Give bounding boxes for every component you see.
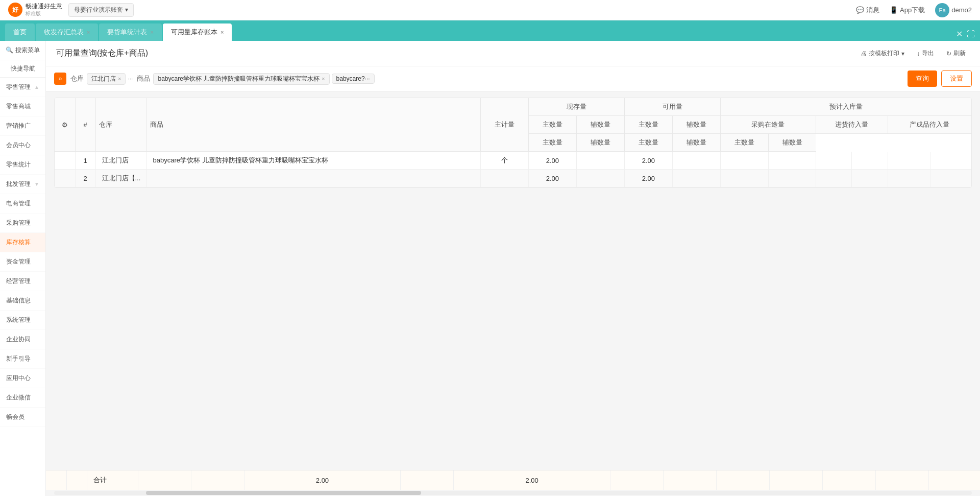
td-num: 1 <box>75 152 95 170</box>
th-warehouse: 仓库 <box>95 98 146 152</box>
tab-available[interactable]: 可用量库存账本 × <box>163 23 232 41</box>
sidebar-item-finance-mgmt[interactable]: 资金管理 <box>0 252 45 272</box>
nav-tabs-right: ✕ ⛶ <box>956 29 975 39</box>
td-pp-aux <box>930 152 971 170</box>
td-pt-aux <box>768 152 816 170</box>
th-forecast-in: 预计入库量 <box>720 98 971 116</box>
sidebar-item-retail-store[interactable]: 零售商城 <box>0 97 45 116</box>
export-label: 导出 <box>922 49 934 58</box>
tab-order-stats-close[interactable]: × <box>150 29 153 35</box>
sidebar-item-retail-store-label: 零售商城 <box>6 102 31 111</box>
summary-section: 合计 2.00 2.00 <box>46 470 980 490</box>
message-icon: 💬 <box>856 6 864 14</box>
sidebar-item-basic-info-label: 基础信息 <box>6 296 31 305</box>
sidebar-item-system-mgmt[interactable]: 系统管理 <box>0 311 45 330</box>
refresh-button[interactable]: ↻ 刷新 <box>942 47 970 60</box>
td-unit: 个 <box>480 152 528 170</box>
warehouse-tag-jiangbei-remove[interactable]: × <box>118 76 121 82</box>
sidebar-item-enterprise-wechat[interactable]: 企业微信 <box>0 388 45 408</box>
product-filter-label: 商品 <box>137 74 150 83</box>
settings-button[interactable]: 设置 <box>941 70 972 87</box>
th-settings: ⚙ <box>55 98 75 152</box>
sidebar-item-basic-info[interactable]: 基础信息 <box>0 291 45 311</box>
sidebar-item-enterprise-wechat-label: 企业微信 <box>6 393 31 402</box>
warehouse-more[interactable]: ··· <box>128 75 133 82</box>
page-title: 可用量查询(按仓库+商品) <box>56 48 148 59</box>
td-settings <box>55 152 75 170</box>
scroll-thumb[interactable] <box>146 491 421 495</box>
sidebar-item-finance-mgmt-label: 资金管理 <box>6 257 31 266</box>
home-label: 首页 <box>13 28 27 37</box>
total-available-main: 2.00 <box>454 470 610 490</box>
product-tag-babycare2[interactable]: babycare?··· <box>332 74 375 84</box>
sidebar-item-member-center[interactable]: 会员中心 <box>0 136 45 155</box>
sidebar-search[interactable]: 🔍 搜索菜单 <box>0 41 45 60</box>
subtotal-pt-main <box>720 170 768 187</box>
expand-icon: ▲ <box>34 84 39 90</box>
sidebar-item-vip-member-label: 畅会员 <box>6 413 24 421</box>
tab-available-close[interactable]: × <box>220 29 224 35</box>
product-tag-babycare[interactable]: babycare学饮杯 儿童防摔防撞吸管杯重力球吸嘴杯宝宝水杯 × <box>153 73 329 85</box>
sidebar-item-marketing[interactable]: 营销推广 <box>0 116 45 136</box>
sidebar-item-inventory-check[interactable]: 库存核算 <box>0 233 45 252</box>
total-pp-main <box>876 470 929 490</box>
td-available-aux <box>672 152 720 170</box>
app-download-item[interactable]: 📱 App下载 <box>890 6 925 15</box>
th-current-main: 主数量 <box>528 116 576 134</box>
sidebar-item-enterprise-collab[interactable]: 企业协同 <box>0 330 45 349</box>
industry-selector[interactable]: 母婴行业演示账套 ▾ <box>68 3 134 17</box>
message-item[interactable]: 💬 消息 <box>856 6 879 15</box>
tab-collection-close[interactable]: × <box>87 29 90 35</box>
subtotal-num: 2 <box>75 170 95 187</box>
sidebar-item-ecommerce-mgmt[interactable]: 电商管理 <box>0 194 45 214</box>
product-tag-babycare2-label: babycare?··· <box>336 75 370 82</box>
search-label: 搜索菜单 <box>15 46 40 54</box>
export-button[interactable]: ↓ 导出 <box>913 47 938 60</box>
warehouse-tag-jiangbei[interactable]: 江北门店 × <box>87 73 126 85</box>
print-button[interactable]: 🖨 按模板打印 ▾ <box>856 47 909 60</box>
filter-expand-button[interactable]: » <box>54 73 66 85</box>
query-button[interactable]: 查询 <box>908 70 937 87</box>
sidebar-item-purchase-mgmt[interactable]: 采购管理 <box>0 214 45 233</box>
sidebar-item-retail-mgmt[interactable]: 零售管理 ▲ <box>0 78 45 97</box>
subtotal-current-main: 2.00 <box>528 170 576 187</box>
horizontal-scrollbar[interactable] <box>46 490 980 496</box>
subtotal-pp-main <box>888 170 930 187</box>
chevron-print-icon: ▾ <box>901 50 904 57</box>
total-pi-main <box>770 470 823 490</box>
sidebar-item-new-guide[interactable]: 新手引导 <box>0 349 45 369</box>
user-item[interactable]: Ea demo2 <box>935 3 972 17</box>
scroll-track[interactable] <box>54 491 972 495</box>
sidebar-item-app-center[interactable]: 应用中心 <box>0 369 45 388</box>
th-product-pending: 产成品待入量 <box>888 116 971 134</box>
tab-home[interactable]: 首页 <box>5 23 35 41</box>
sidebar-item-ops-mgmt[interactable]: 经营管理 <box>0 272 45 291</box>
sidebar-item-retail-stats[interactable]: 零售统计 <box>0 155 45 175</box>
user-name: demo2 <box>951 6 972 14</box>
product-tags: babycare学饮杯 儿童防摔防撞吸管杯重力球吸嘴杯宝宝水杯 × babyca… <box>153 73 374 85</box>
sidebar-item-wholesale-mgmt[interactable]: 批发管理 ▼ <box>0 175 45 194</box>
sidebar-item-wholesale-mgmt-label: 批发管理 <box>6 180 31 188</box>
td-pp-main <box>888 152 930 170</box>
logo-text-area: 畅捷通好生意 标准版 <box>26 3 62 17</box>
fullscreen-icon[interactable]: ⛶ <box>967 30 975 39</box>
sidebar-quick-nav[interactable]: 快捷导航 <box>0 60 45 78</box>
close-all-icon[interactable]: ✕ <box>956 29 963 39</box>
subtotal-warehouse: 江北门店【... <box>95 170 146 187</box>
sidebar-item-vip-member[interactable]: 畅会员 <box>0 408 45 427</box>
tab-collection[interactable]: 收发存汇总表 × <box>36 23 98 41</box>
tab-order-stats[interactable]: 要货单统计表 × <box>99 23 161 41</box>
expand-arrows-icon: » <box>59 75 62 82</box>
filter-actions: 查询 设置 <box>908 70 972 87</box>
product-tag-babycare-remove[interactable]: × <box>322 76 325 82</box>
table-container: ⚙ # 仓库 商品 主计量 现存量 可用量 预计入库量 主数量 辅数量 <box>54 98 972 188</box>
tab-available-label: 可用量库存账本 <box>171 28 217 37</box>
sidebar-item-new-guide-label: 新手引导 <box>6 355 31 363</box>
industry-label: 母婴行业演示账套 <box>74 6 123 14</box>
avatar: Ea <box>935 3 949 17</box>
export-icon: ↓ <box>917 50 920 57</box>
td-warehouse: 江北门店 <box>95 152 146 170</box>
chevron-down-icon: ▾ <box>125 6 128 13</box>
sidebar-item-marketing-label: 营销推广 <box>6 122 31 130</box>
subtotal-settings <box>55 170 75 187</box>
